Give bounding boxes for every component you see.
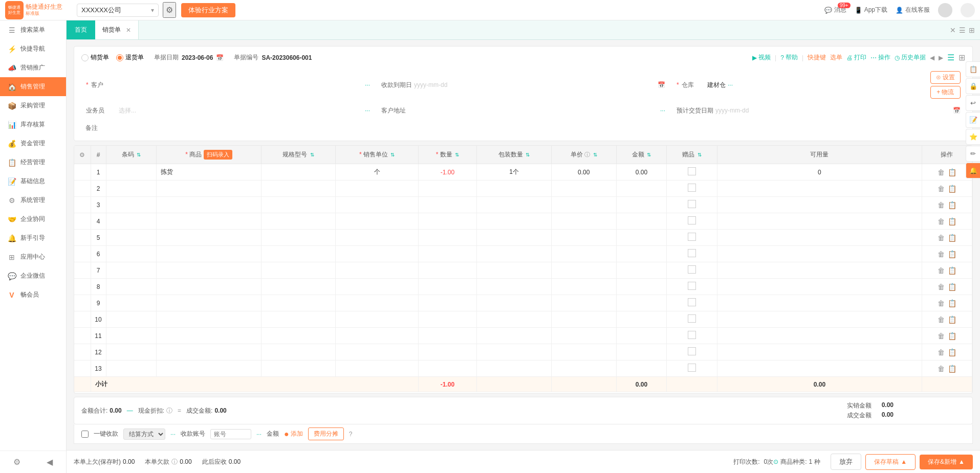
app-download-btn[interactable]: 📱 App下载 [855, 6, 887, 14]
date-calendar-icon[interactable]: 📅 [216, 54, 224, 61]
row-delete-icon-4[interactable]: 🗑 [938, 217, 945, 226]
video-link[interactable]: ▶ 视频 [752, 53, 771, 62]
row-gift-1[interactable] [667, 164, 717, 181]
row-gift-3[interactable] [667, 197, 717, 213]
gift-checkbox-5[interactable] [688, 233, 696, 241]
warehouse-dots-icon[interactable]: ··· [728, 81, 733, 88]
total-debt-info-icon[interactable]: ⓘ [171, 458, 178, 466]
gift-checkbox-6[interactable] [688, 249, 696, 257]
expected-calendar-icon[interactable]: 📅 [953, 107, 961, 114]
row-delete-icon-6[interactable]: 🗑 [938, 250, 945, 258]
gift-checkbox-12[interactable] [688, 347, 696, 355]
rfp-lock-btn[interactable]: 🔒 [966, 78, 980, 94]
rfp-back-btn[interactable]: ↩ [966, 95, 980, 111]
row-delete-icon-3[interactable]: 🗑 [938, 201, 945, 209]
settings-btn[interactable]: ⊙ 设置 [930, 71, 961, 84]
pack-sort-icon[interactable]: ⇅ [526, 152, 530, 157]
sidebar-item-inventory[interactable]: 📊 库存核算 [0, 115, 66, 134]
salesperson-input[interactable] [117, 106, 363, 115]
sidebar-item-operations[interactable]: 📋 经营管理 [0, 153, 66, 172]
unit-price-info-icon[interactable]: ⓘ [584, 151, 590, 157]
operations-link[interactable]: ⋯ 操作 [870, 53, 890, 62]
tab-close-all-icon[interactable]: ✕ [950, 26, 956, 34]
sidebar-item-wechat[interactable]: 💬 企业微信 [0, 266, 66, 285]
row-copy-icon-12[interactable]: 📋 [948, 348, 956, 356]
sidebar-item-guide[interactable]: 🔔 新手引导 [0, 229, 66, 247]
row-quantity-3[interactable] [418, 197, 476, 213]
row-copy-icon-7[interactable]: 📋 [948, 266, 956, 275]
gift-checkbox-4[interactable] [688, 216, 696, 224]
trial-btn[interactable]: 体验行业方案 [181, 3, 235, 17]
fenpai-btn[interactable]: 费用分摊 [308, 427, 344, 440]
tab-sales-order[interactable]: 销货单 ✕ [95, 20, 139, 39]
row-quantity-5[interactable] [418, 230, 476, 246]
row-copy-icon-5[interactable]: 📋 [948, 234, 956, 242]
scan-btn[interactable]: 扫码录入 [204, 150, 232, 160]
tab-layout-icon1[interactable]: ☰ [959, 26, 966, 34]
account-dots[interactable]: ··· [256, 431, 262, 438]
gift-checkbox-9[interactable] [688, 298, 696, 306]
row-quantity-7[interactable] [418, 262, 476, 279]
fenpai-help-icon[interactable]: ? [349, 431, 353, 438]
row-quantity-1[interactable]: -1.00 [418, 164, 476, 181]
gift-checkbox-7[interactable] [688, 265, 696, 274]
history-link[interactable]: ◷ 历史单据 [895, 53, 926, 62]
gift-checkbox-1[interactable] [688, 167, 696, 175]
sidebar-item-marketing[interactable]: 📣 营销推广 [0, 58, 66, 77]
discard-btn[interactable]: 放弃 [831, 454, 861, 470]
row-copy-icon-6[interactable]: 📋 [948, 250, 956, 258]
rfp-note-btn[interactable]: 📋 [966, 61, 980, 77]
nav-prev-icon[interactable]: ◀ [930, 54, 934, 61]
row-gift-8[interactable] [667, 279, 717, 295]
sidebar-item-apps[interactable]: ⊞ 应用中心 [0, 247, 66, 266]
rfp-pencil-btn[interactable]: ✏ [966, 146, 980, 162]
gift-checkbox-3[interactable] [688, 200, 696, 208]
row-quantity-6[interactable] [418, 246, 476, 262]
row-delete-icon-13[interactable]: 🗑 [938, 365, 945, 373]
print-link[interactable]: 🖨 打印 [846, 53, 866, 62]
sidebar-item-sales[interactable]: 🏠 销售管理 [0, 77, 66, 96]
nav-next-icon[interactable]: ▶ [939, 54, 943, 61]
row-quantity-4[interactable] [418, 213, 476, 230]
row-delete-icon-8[interactable]: 🗑 [938, 283, 945, 291]
row-gift-12[interactable] [667, 344, 717, 361]
collect-date-input[interactable] [412, 80, 656, 89]
row-delete-icon-7[interactable]: 🗑 [938, 266, 945, 275]
sidebar-item-quick-nav[interactable]: ⚡ 快捷导航 [0, 39, 66, 58]
row-quantity-9[interactable] [418, 295, 476, 311]
row-quantity-2[interactable] [418, 181, 476, 197]
gift-checkbox-2[interactable] [688, 184, 696, 192]
gift-checkbox-10[interactable] [688, 314, 696, 323]
sidebar-item-purchase[interactable]: 📦 采购管理 [0, 96, 66, 115]
row-gift-9[interactable] [667, 295, 717, 311]
salesperson-dots-icon[interactable]: ··· [365, 107, 370, 114]
expected-date-input[interactable] [713, 106, 951, 115]
gift-checkbox-11[interactable] [688, 331, 696, 339]
unit-sort-icon[interactable]: ⇅ [390, 152, 395, 157]
one-click-pay-checkbox[interactable] [81, 431, 89, 438]
radio-return[interactable]: 退货单 [116, 53, 144, 62]
add-pay-btn[interactable]: ● 添加 [284, 430, 303, 439]
company-selector[interactable]: XXXXXX公司 ▾ [77, 4, 159, 17]
row-gift-6[interactable] [667, 246, 717, 262]
spec-sort-icon[interactable]: ⇅ [310, 152, 314, 157]
gift-checkbox-13[interactable] [688, 364, 696, 372]
row-copy-icon-13[interactable]: 📋 [948, 365, 956, 373]
row-delete-icon-5[interactable]: 🗑 [938, 234, 945, 242]
sidebar-collapse-icon[interactable]: ◀ [45, 455, 55, 469]
tab-close-icon[interactable]: ✕ [126, 27, 131, 34]
rfp-notify-btn[interactable]: 🔔 [966, 163, 980, 178]
sidebar-item-search[interactable]: ☰ 搜索菜单 [0, 20, 66, 39]
tab-layout-icon2[interactable]: ⊞ [969, 26, 975, 34]
barcode-sort-icon[interactable]: ⇅ [137, 152, 141, 157]
row-delete-icon-9[interactable]: 🗑 [938, 299, 945, 307]
payment-method-select[interactable]: 结算方式 [123, 429, 165, 440]
message-btn[interactable]: 💬 消息 99+ [824, 6, 846, 14]
row-copy-icon-8[interactable]: 📋 [948, 283, 956, 291]
sidebar-item-enterprise[interactable]: 🤝 企业协同 [0, 210, 66, 229]
user-avatar[interactable] [938, 3, 952, 17]
save-new-btn[interactable]: 保存&新增 ▲ [920, 455, 973, 469]
row-quantity-13[interactable] [418, 361, 476, 377]
row-quantity-11[interactable] [418, 328, 476, 344]
rfp-star-btn[interactable]: ⭐ [966, 129, 980, 145]
